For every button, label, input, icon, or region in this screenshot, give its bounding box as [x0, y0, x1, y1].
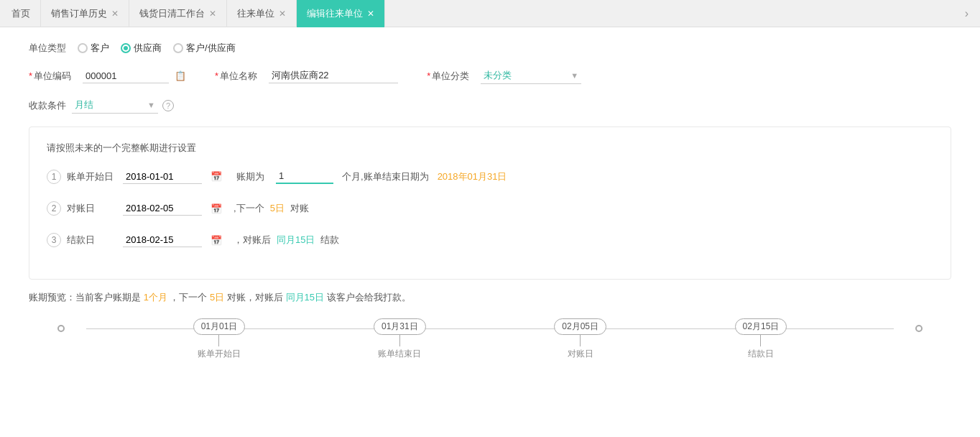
unit-category-value: 未分类	[484, 69, 566, 82]
timeline-vline-1	[218, 335, 219, 346]
settings-section: 请按照未来的一个完整帐期进行设置 1 账单开始日 📅 账期为 个月,账单结束日期…	[29, 126, 951, 280]
unit-category-label: *单位分类	[427, 70, 469, 83]
unit-code-group: *单位编码 📋	[29, 69, 186, 83]
row-label-3: 结款日	[67, 234, 117, 247]
radio-circle-customer-supplier	[173, 43, 183, 53]
row-label-1: 账单开始日	[67, 170, 117, 183]
radio-circle-supplier	[121, 43, 131, 53]
main-content: 单位类型 客户 供应商 客户/供应商 *单位编码 📋	[0, 27, 980, 437]
unit-type-label: 单位类型	[29, 42, 66, 55]
tab-sales-history[interactable]: 销售订单历史 ✕	[41, 0, 129, 27]
row-num-3: 3	[47, 233, 61, 247]
timeline-container: 01月01日 账单开始日 01月31日 账单结束日 02月05日 对账日 02月…	[29, 318, 951, 382]
payment-date-input[interactable]	[123, 233, 202, 247]
payment-terms-select[interactable]: 月结 ▼	[72, 97, 158, 114]
timeline-label-2: 账单结束日	[378, 348, 421, 360]
preview-period: 1个月	[144, 292, 167, 303]
radio-label-supplier: 供应商	[134, 42, 162, 55]
payment-row: 3 结款日 📅 ，对账后 同月15日 结款	[47, 233, 933, 247]
payment-prefix: ，对账后	[234, 234, 271, 247]
preview-section: 账期预览：当前客户账期是 1个月 ，下一个 5日 对账，对账后 同月15日 该客…	[29, 291, 951, 304]
timeline-label-3: 对账日	[568, 348, 593, 360]
radio-label-customer: 客户	[91, 42, 109, 55]
unit-name-input[interactable]	[269, 69, 398, 83]
row-num-1: 1	[47, 170, 61, 184]
timeline-node-4: 02月15日 结款日	[735, 318, 787, 360]
payment-terms-chevron-icon: ▼	[147, 101, 155, 109]
unit-category-group: *单位分类 未分类 ▼	[427, 68, 581, 84]
payment-day-highlight: 同月15日	[277, 234, 315, 247]
reconcile-date-input[interactable]	[123, 201, 202, 216]
payment-terms-value: 月结	[75, 98, 143, 111]
timeline-date-1: 01月01日	[193, 318, 246, 335]
unit-info-row: *单位编码 📋 *单位名称 *单位分类 未分类 ▼	[29, 68, 951, 84]
timeline-date-4: 02月15日	[735, 318, 787, 335]
section-title: 请按照未来的一个完整帐期进行设置	[47, 142, 933, 155]
period-label: 账期为	[236, 170, 264, 183]
timeline-label-4: 结款日	[748, 348, 774, 360]
timeline-node-3: 02月05日 对账日	[554, 318, 606, 360]
period-unit-text: 个月,账单结束日期为	[342, 170, 429, 183]
timeline-left-dot	[57, 325, 65, 332]
timeline-vline-3	[580, 335, 581, 346]
tab-partners[interactable]: 往来单位 ✕	[227, 0, 297, 27]
tab-cashier[interactable]: 钱货日清工作台 ✕	[129, 0, 227, 27]
timeline-label-1: 账单开始日	[198, 348, 241, 360]
radio-customer-supplier[interactable]: 客户/供应商	[173, 42, 236, 55]
radio-circle-customer	[78, 43, 88, 53]
row-num-2: 2	[47, 201, 61, 216]
payment-calendar-icon[interactable]: 📅	[211, 235, 222, 246]
timeline-nodes: 01月01日 账单开始日 01月31日 账单结束日 02月05日 对账日 02月…	[57, 318, 923, 360]
reconcile-day-highlight: 5日	[270, 202, 285, 215]
preview-reconcile-day: 5日	[210, 292, 224, 303]
reconcile-row: 2 对账日 📅 ,下一个 5日 对账	[47, 201, 933, 216]
account-start-row: 1 账单开始日 📅 账期为 个月,账单结束日期为 2018年01月31日	[47, 169, 933, 184]
preview-end: 该客户会给我打款。	[327, 292, 411, 303]
radio-customer[interactable]: 客户	[78, 42, 109, 55]
timeline-node-1: 01月01日 账单开始日	[193, 318, 246, 360]
close-tab-sales-history[interactable]: ✕	[111, 9, 119, 19]
timeline-start-dot	[57, 325, 65, 332]
help-icon[interactable]: ?	[162, 100, 174, 111]
unit-name-group: *单位名称	[215, 69, 398, 83]
radio-label-customer-supplier: 客户/供应商	[186, 42, 236, 55]
preview-label: 账期预览：当前客户账期是	[29, 292, 141, 303]
preview-payment-day: 同月15日	[286, 292, 324, 303]
close-tab-cashier[interactable]: ✕	[209, 9, 216, 19]
unit-type-row: 单位类型 客户 供应商 客户/供应商	[29, 42, 951, 55]
unit-type-radio-group: 客户 供应商 客户/供应商	[78, 42, 236, 55]
unit-code-icon[interactable]: 📋	[175, 70, 186, 81]
start-date-calendar-icon[interactable]: 📅	[211, 171, 222, 182]
unit-category-select[interactable]: 未分类 ▼	[481, 68, 581, 84]
timeline-right-dot	[915, 325, 923, 332]
tab-bar: 首页 销售订单历史 ✕ 钱货日清工作台 ✕ 往来单位 ✕ 编辑往来单位 ✕ ›	[0, 0, 980, 27]
reconcile-calendar-icon[interactable]: 📅	[211, 203, 222, 214]
unit-name-label: *单位名称	[215, 70, 257, 83]
preview-mid: 对账，对账后	[227, 292, 283, 303]
close-tab-edit-partner[interactable]: ✕	[367, 9, 374, 19]
unit-category-chevron-icon: ▼	[570, 71, 578, 80]
tab-arrow-icon[interactable]: ›	[959, 7, 974, 20]
tab-edit-partner[interactable]: 编辑往来单位 ✕	[297, 0, 385, 27]
radio-supplier[interactable]: 供应商	[121, 42, 162, 55]
close-tab-partners[interactable]: ✕	[279, 9, 286, 19]
timeline-date-2: 01月31日	[374, 318, 426, 335]
timeline-node-2: 01月31日 账单结束日	[374, 318, 426, 360]
payment-terms-row: 收款条件 月结 ▼ ?	[29, 97, 951, 114]
timeline-date-3: 02月05日	[554, 318, 606, 335]
timeline-vline-2	[399, 335, 400, 346]
timeline-end-dot	[915, 325, 923, 332]
end-date-highlight: 2018年01月31日	[438, 170, 507, 183]
preview-sep1: ，下一个	[170, 292, 207, 303]
unit-code-label: *单位编码	[29, 70, 71, 83]
row-label-2: 对账日	[67, 202, 117, 215]
period-input[interactable]	[276, 169, 333, 184]
reconcile-prefix: ,下一个	[234, 202, 264, 215]
start-date-input[interactable]	[123, 170, 202, 184]
reconcile-suffix: 对账	[290, 202, 309, 215]
timeline-vline-4	[760, 335, 761, 346]
tab-home[interactable]: 首页	[6, 0, 41, 27]
payment-suffix: 结款	[320, 234, 339, 247]
payment-terms-label: 收款条件	[29, 99, 66, 112]
unit-code-input[interactable]	[83, 69, 169, 83]
